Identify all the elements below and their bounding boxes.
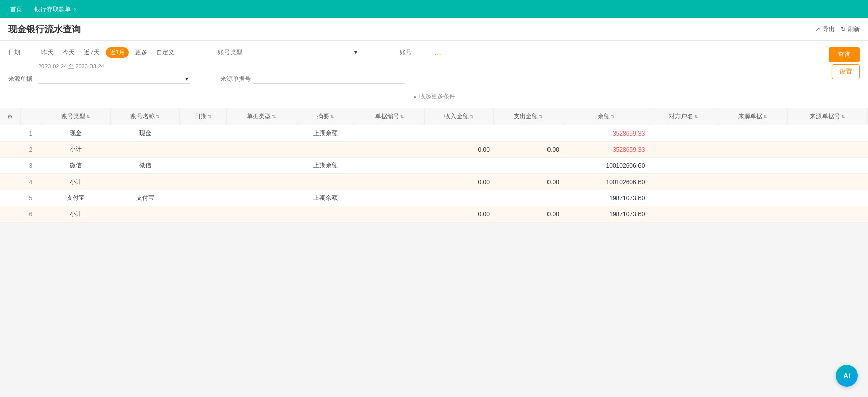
date-custom-btn[interactable]: 自定义 xyxy=(153,47,177,58)
th-doc-type[interactable]: 单据类型⇅ xyxy=(227,108,296,125)
row-balance-3: 100102606.60 xyxy=(563,174,649,190)
sort-summary-icon: ⇅ xyxy=(330,114,334,119)
row-doc-no-4 xyxy=(355,190,425,206)
table-header: ⚙ 账号类型⇅ 账号名称⇅ 日期⇅ 单据类型⇅ 摘要⇅ xyxy=(0,108,868,125)
sort-expense-icon: ⇅ xyxy=(539,114,543,119)
row-summary-5 xyxy=(296,206,355,223)
th-income[interactable]: 收入金额⇅ xyxy=(425,108,494,125)
th-date[interactable]: 日期⇅ xyxy=(180,108,227,125)
row-balance-5: 19871073.60 xyxy=(563,206,649,223)
sort-income-icon: ⇅ xyxy=(470,114,474,119)
row-source-doc-no-3 xyxy=(787,174,867,190)
row-counterpart-4 xyxy=(649,190,718,206)
row-doc-type-5 xyxy=(227,206,296,223)
th-balance[interactable]: 余额⇅ xyxy=(563,108,649,125)
row-doc-type-3 xyxy=(227,174,296,190)
th-doc-no[interactable]: 单据编号⇅ xyxy=(355,108,425,125)
row-account-name-1 xyxy=(111,142,180,158)
source-doc-select[interactable]: ▾ xyxy=(38,74,190,84)
sort-doc-type-icon: ⇅ xyxy=(272,114,276,119)
th-account-name[interactable]: 账号名称⇅ xyxy=(111,108,180,125)
th-counterpart[interactable]: 对方户名⇅ xyxy=(649,108,718,125)
date-1month-btn[interactable]: 近1月 xyxy=(106,47,129,58)
page-title: 现金银行流水查询 xyxy=(8,23,81,35)
table-container: ⚙ 账号类型⇅ 账号名称⇅ 日期⇅ 单据类型⇅ 摘要⇅ xyxy=(0,108,868,223)
row-account-type-1: 小计 xyxy=(41,142,110,158)
row-balance-2: 100102606.60 xyxy=(563,158,649,174)
th-source-doc-no[interactable]: 来源单据号⇅ xyxy=(787,108,867,125)
row-source-doc-5 xyxy=(718,206,787,223)
row-gear-0 xyxy=(0,125,20,142)
row-gear-4 xyxy=(0,190,20,206)
data-table: ⚙ 账号类型⇅ 账号名称⇅ 日期⇅ 单据类型⇅ 摘要⇅ xyxy=(0,108,868,223)
row-summary-3 xyxy=(296,174,355,190)
filter-row-1: 日期 昨天 今天 近7天 近1月 更多 自定义 账号类型 ▾ 账号 ... xyxy=(8,47,799,58)
table-body: 1 现金 现金 上期余额 -3528659.33 2 小计 0.00 0.00 … xyxy=(0,125,868,223)
row-account-name-0: 现金 xyxy=(111,125,180,142)
row-doc-no-0 xyxy=(355,125,425,142)
row-balance-1: -3528659.33 xyxy=(563,142,649,158)
row-date-0 xyxy=(180,125,227,142)
row-summary-1 xyxy=(296,142,355,158)
gear-icon[interactable]: ⚙ xyxy=(7,113,13,120)
row-index-5: 6 xyxy=(20,206,41,223)
th-account-type[interactable]: 账号类型⇅ xyxy=(41,108,110,125)
account-type-select[interactable]: ▾ xyxy=(248,48,359,57)
account-type-label: 账号类型 xyxy=(218,48,248,57)
header-row: ⚙ 账号类型⇅ 账号名称⇅ 日期⇅ 单据类型⇅ 摘要⇅ xyxy=(0,108,868,125)
filter-row-2: 来源单据 ▾ 来源单据号 xyxy=(8,74,799,84)
table-row: 5 支付宝 支付宝 上期余额 19871073.60 xyxy=(0,190,868,206)
row-source-doc-no-5 xyxy=(787,206,867,223)
row-date-3 xyxy=(180,174,227,190)
settings-button[interactable]: 设置 xyxy=(832,64,860,79)
row-date-1 xyxy=(180,142,227,158)
th-expense[interactable]: 支出金额⇅ xyxy=(494,108,563,125)
date-7days-btn[interactable]: 近7天 xyxy=(81,47,103,58)
collapse-bar[interactable]: ▲ 收起更多条件 xyxy=(8,89,860,102)
table-row: 3 微信 微信 上期余额 100102606.60 xyxy=(0,158,868,174)
row-counterpart-2 xyxy=(649,158,718,174)
row-expense-0 xyxy=(494,125,563,142)
row-expense-4 xyxy=(494,190,563,206)
source-doc-chevron: ▾ xyxy=(185,75,188,82)
row-expense-5: 0.00 xyxy=(494,206,563,223)
row-counterpart-1 xyxy=(649,142,718,158)
row-balance-4: 19871073.60 xyxy=(563,190,649,206)
row-account-type-2: 微信 xyxy=(41,158,110,174)
query-button[interactable]: 查询 xyxy=(829,47,860,62)
account-label: 账号 xyxy=(400,48,430,57)
row-account-name-3 xyxy=(111,174,180,190)
export-button[interactable]: ↗ 导出 xyxy=(815,25,835,34)
row-gear-2 xyxy=(0,158,20,174)
row-account-name-4: 支付宝 xyxy=(111,190,180,206)
row-income-1: 0.00 xyxy=(425,142,494,158)
row-source-doc-1 xyxy=(718,142,787,158)
source-doc-no-label: 来源单据号 xyxy=(220,75,253,83)
nav-tab-4[interactable]: 银行存取款单× xyxy=(28,0,95,18)
row-expense-3: 0.00 xyxy=(494,174,563,190)
page-header: 现金银行流水查询 ↗ 导出 ↻ 刷新 xyxy=(0,18,868,41)
th-index xyxy=(20,108,41,125)
row-counterpart-3 xyxy=(649,174,718,190)
sort-counterpart-icon: ⇅ xyxy=(694,114,698,119)
date-label: 日期 xyxy=(8,48,38,57)
row-doc-no-1 xyxy=(355,142,425,158)
row-date-2 xyxy=(180,158,227,174)
refresh-button[interactable]: ↻ 刷新 xyxy=(841,25,860,34)
row-date-5 xyxy=(180,206,227,223)
row-source-doc-no-0 xyxy=(787,125,867,142)
source-doc-no-input[interactable] xyxy=(253,74,405,84)
row-income-3: 0.00 xyxy=(425,174,494,190)
th-summary[interactable]: 摘要⇅ xyxy=(296,108,355,125)
date-more-btn[interactable]: 更多 xyxy=(132,47,150,58)
date-yesterday-btn[interactable]: 昨天 xyxy=(38,47,57,58)
date-today-btn[interactable]: 今天 xyxy=(60,47,78,58)
nav-home[interactable]: 首页 xyxy=(4,0,28,18)
account-dots-btn[interactable]: ... xyxy=(434,48,441,57)
row-index-4: 5 xyxy=(20,190,41,206)
row-income-4 xyxy=(425,190,494,206)
th-source-doc[interactable]: 来源单据⇅ xyxy=(718,108,787,125)
close-tab-icon-4[interactable]: × xyxy=(74,7,77,12)
sort-source-doc-no-icon: ⇅ xyxy=(841,114,845,119)
row-account-type-3: 小计 xyxy=(41,174,110,190)
